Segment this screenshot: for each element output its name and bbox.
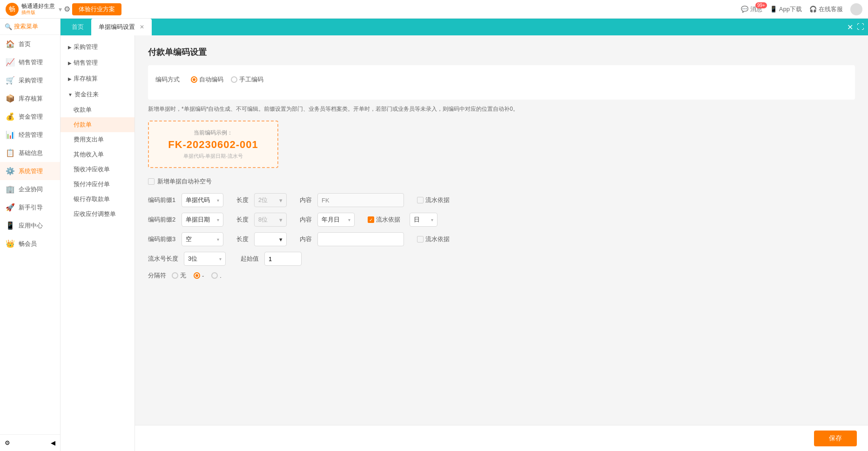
collapse-icon[interactable]: ◀	[51, 439, 55, 446]
sep-dot-option[interactable]: .	[211, 272, 222, 279]
settings-bottom-icon[interactable]: ⚙	[5, 439, 10, 446]
search-icon: 🔍	[5, 23, 12, 30]
sidebar: 🔍 搜索菜单 🏠 首页 📈 销售管理 🛒 采购管理 📦 库存核算 💰 资金管理 …	[0, 19, 61, 451]
chevron-down-icon-7: ▾	[217, 237, 219, 242]
form-area: 付款单编码设置 编码方式 自动编码	[135, 35, 868, 425]
serial-length-label: 流水号长度	[148, 255, 178, 263]
sep-dash-option[interactable]: -	[194, 272, 204, 279]
radio-auto[interactable]: 自动编码	[191, 75, 223, 84]
preview-sub: 单据代码-单据日期-流水号	[162, 153, 264, 160]
home-icon: 🏠	[6, 40, 15, 48]
nav-group-title-purchase[interactable]: ▶ 采购管理	[61, 39, 135, 55]
sales-icon: 📈	[6, 58, 15, 67]
start-value-input[interactable]	[264, 252, 302, 266]
row2-water-checkbox[interactable]: ✓	[368, 216, 374, 223]
sidebar-item-purchase[interactable]: 🛒 采购管理	[0, 71, 60, 89]
nav-group-inventory: ▶ 库存核算	[61, 71, 135, 87]
row3-content-input[interactable]	[317, 232, 404, 246]
row3-water-checkbox[interactable]	[417, 236, 424, 242]
online-service-item[interactable]: 🎧 在线客服	[809, 5, 843, 13]
main-layout: 🔍 搜索菜单 🏠 首页 📈 销售管理 🛒 采购管理 📦 库存核算 💰 资金管理 …	[0, 19, 868, 451]
separator-row: 分隔符 无 - .	[148, 271, 855, 280]
preview-box: 当前编码示例： FK-20230602-001 单据代码-单据日期-流水号	[148, 121, 278, 168]
row1-water-checkbox[interactable]	[417, 197, 424, 203]
row2-prefix-select[interactable]: 单据日期 ▾	[182, 213, 223, 227]
save-button[interactable]: 保存	[814, 431, 857, 446]
arrow-right-icon: ▶	[68, 45, 72, 50]
encode-method-section: 编码方式 自动编码 手工编码	[148, 65, 855, 100]
row3-water-check[interactable]: 流水依据	[417, 235, 450, 243]
maximize-icon[interactable]: ⛶	[857, 23, 864, 31]
sep-options: 无 - .	[172, 271, 222, 280]
nav-group-title-inventory[interactable]: ▶ 库存核算	[61, 71, 135, 87]
sidebar-item-sales[interactable]: 📈 销售管理	[0, 53, 60, 71]
message-item[interactable]: 💬 消息 99+	[741, 5, 762, 13]
row2-period-select[interactable]: 日 ▾	[410, 213, 437, 227]
nav-item-pre-receivable[interactable]: 预收冲应收单	[61, 162, 135, 177]
sidebar-item-guide[interactable]: 🚀 新手引导	[0, 198, 60, 216]
row3-len-box[interactable]: ▾	[254, 232, 287, 246]
sidebar-item-basic[interactable]: 📋 基础信息	[0, 144, 60, 162]
top-bar-nav: ▾ ⚙ 体验行业方案	[59, 3, 121, 15]
left-nav: ▶ 采购管理 ▶ 销售管理 ▶ 库存核算	[61, 35, 135, 451]
arrow-down-icon: ▼	[68, 92, 73, 97]
nav-dropdown[interactable]: ▾	[59, 6, 62, 13]
gear-button[interactable]: ⚙	[64, 5, 70, 13]
sidebar-item-apps[interactable]: 📱 应用中心	[0, 216, 60, 235]
sep-none-option[interactable]: 无	[172, 271, 186, 280]
nav-group-title-finance[interactable]: ▼ 资金往来	[61, 87, 135, 102]
nav-item-bank-deposit[interactable]: 银行存取款单	[61, 192, 135, 207]
nav-item-payable-adjust[interactable]: 应收应付调整单	[61, 207, 135, 222]
nav-item-other-income[interactable]: 其他收入单	[61, 147, 135, 162]
sidebar-item-home[interactable]: 🏠 首页	[0, 35, 60, 53]
sidebar-search[interactable]: 🔍 搜索菜单	[0, 19, 60, 35]
chevron-down-icon-6: ▾	[431, 217, 433, 222]
row1-water-check[interactable]: 流水依据	[417, 196, 450, 204]
row1-prefix-select[interactable]: 单据代码 ▾	[182, 193, 223, 207]
auto-fill-checkbox[interactable]	[148, 178, 155, 185]
app-icon: 📱	[770, 6, 777, 13]
chevron-down-icon-3: ▾	[217, 217, 219, 222]
app-download-item[interactable]: 📱 App下载	[770, 5, 802, 13]
sidebar-item-inventory[interactable]: 📦 库存核算	[0, 89, 60, 108]
right-panel: 付款单编码设置 编码方式 自动编码	[135, 35, 868, 451]
sidebar-item-operation[interactable]: 📊 经营管理	[0, 126, 60, 144]
radio-manual[interactable]: 手工编码	[231, 75, 263, 84]
nav-item-receipt[interactable]: 收款单	[61, 102, 135, 117]
separator-label: 分隔符	[148, 271, 166, 280]
nav-item-pre-payable[interactable]: 预付冲应付单	[61, 177, 135, 192]
sidebar-item-enterprise[interactable]: 🏢 企业协同	[0, 180, 60, 198]
hint-text: 新增单据时，*单据编码*自动生成、不可编辑。前缀设置为部门、业务员等档案类。开单…	[148, 105, 855, 113]
sidebar-item-member[interactable]: 👑 畅会员	[0, 235, 60, 253]
tab-home[interactable]: 首页	[64, 19, 91, 35]
row2-len-box: 8位 ▾	[254, 213, 287, 227]
action-bar: 保存	[135, 425, 868, 451]
sidebar-item-finance[interactable]: 💰 资金管理	[0, 108, 60, 126]
purchase-icon: 🛒	[6, 76, 15, 85]
minimize-icon[interactable]: ✕	[847, 23, 853, 32]
user-avatar[interactable]	[850, 3, 862, 15]
sep-dot-radio	[211, 272, 218, 279]
row2-content-select[interactable]: 年月日 ▾	[317, 213, 355, 227]
apps-icon: 📱	[6, 221, 15, 230]
arrow-right-icon-2: ▶	[68, 61, 72, 66]
trial-button[interactable]: 体验行业方案	[72, 3, 121, 15]
finance-icon: 💰	[6, 112, 15, 121]
row3-prefix-select[interactable]: 空 ▾	[182, 232, 223, 246]
tabs-bar: 首页 单据编码设置 ✕ ✕ ⛶	[61, 19, 868, 35]
tab-close-icon[interactable]: ✕	[140, 24, 144, 30]
preview-code: FK-20230602-001	[162, 139, 264, 151]
sep-none-radio	[172, 272, 178, 279]
nav-group-title-sales[interactable]: ▶ 销售管理	[61, 55, 135, 71]
enterprise-icon: 🏢	[6, 185, 15, 194]
page-content: ▶ 采购管理 ▶ 销售管理 ▶ 库存核算	[61, 35, 868, 451]
nav-item-payment[interactable]: 付款单	[61, 117, 135, 132]
preview-label: 当前编码示例：	[162, 129, 264, 137]
form-title: 付款单编码设置	[148, 47, 855, 58]
nav-item-expense[interactable]: 费用支出单	[61, 132, 135, 147]
row2-water-check[interactable]: ✓ 流水依据	[368, 215, 400, 224]
serial-length-select[interactable]: 3位 ▾	[184, 252, 226, 266]
sidebar-item-system[interactable]: ⚙️ 系统管理	[0, 162, 60, 180]
tab-encode-setting[interactable]: 单据编码设置 ✕	[91, 19, 152, 35]
message-badge: 99+	[755, 2, 767, 8]
